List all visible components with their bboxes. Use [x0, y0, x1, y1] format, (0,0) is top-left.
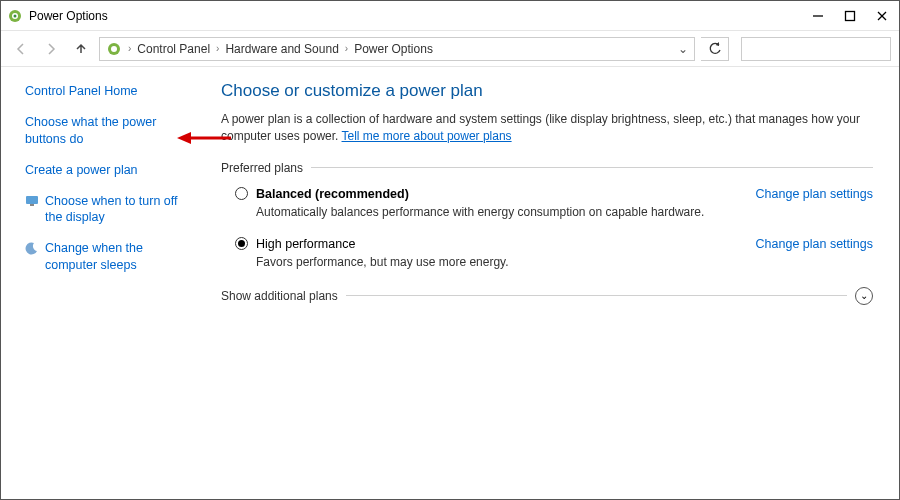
chevron-right-icon: ›: [216, 43, 219, 54]
svg-point-2: [14, 14, 17, 17]
maximize-button[interactable]: [843, 9, 857, 23]
change-plan-settings-link[interactable]: Change plan settings: [756, 237, 873, 251]
preferred-plans-label: Preferred plans: [221, 161, 303, 175]
chevron-right-icon: ›: [128, 43, 131, 54]
power-plan-high-performance: High performance Change plan settings Fa…: [235, 237, 873, 269]
sidebar-link-create-plan[interactable]: Create a power plan: [25, 162, 187, 179]
nav-bar: › Control Panel › Hardware and Sound › P…: [1, 31, 899, 67]
address-bar[interactable]: › Control Panel › Hardware and Sound › P…: [99, 37, 695, 61]
svg-point-8: [111, 46, 117, 52]
plan-description: Favors performance, but may use more ene…: [256, 255, 873, 269]
sidebar-item-label: Change when the computer sleeps: [45, 240, 187, 274]
learn-more-link[interactable]: Tell me more about power plans: [342, 129, 512, 143]
change-plan-settings-link[interactable]: Change plan settings: [756, 187, 873, 201]
breadcrumb-item[interactable]: Control Panel: [137, 42, 210, 56]
svg-rect-10: [30, 204, 34, 206]
plan-description: Automatically balances performance with …: [256, 205, 873, 219]
radio-high-performance[interactable]: [235, 237, 248, 250]
sidebar: Control Panel Home Choose what the power…: [1, 67, 201, 500]
title-bar: Power Options: [1, 1, 899, 31]
forward-button[interactable]: [39, 37, 63, 61]
description-text: A power plan is a collection of hardware…: [221, 112, 860, 143]
refresh-button[interactable]: [701, 37, 729, 61]
sidebar-item-label: Choose when to turn off the display: [45, 193, 187, 227]
plan-name[interactable]: Balanced (recommended): [256, 187, 409, 201]
display-icon: [25, 194, 39, 208]
divider: [311, 167, 873, 168]
moon-icon: [25, 241, 39, 255]
control-panel-home-link[interactable]: Control Panel Home: [25, 83, 187, 100]
page-heading: Choose or customize a power plan: [221, 81, 873, 101]
power-plan-balanced: Balanced (recommended) Change plan setti…: [235, 187, 873, 219]
description: A power plan is a collection of hardware…: [221, 111, 873, 145]
svg-rect-9: [26, 196, 38, 204]
additional-plans-label[interactable]: Show additional plans: [221, 289, 338, 303]
search-input[interactable]: [741, 37, 891, 61]
divider: [346, 295, 847, 296]
close-button[interactable]: [875, 9, 889, 23]
breadcrumb-item[interactable]: Hardware and Sound: [225, 42, 338, 56]
sidebar-link-sleep[interactable]: Change when the computer sleeps: [25, 240, 187, 274]
dropdown-chevron-icon[interactable]: ⌄: [678, 42, 688, 56]
window-title: Power Options: [29, 9, 811, 23]
main-panel: Choose or customize a power plan A power…: [201, 67, 899, 500]
expand-chevron-icon[interactable]: ⌄: [855, 287, 873, 305]
minimize-button[interactable]: [811, 9, 825, 23]
plan-name[interactable]: High performance: [256, 237, 355, 251]
back-button[interactable]: [9, 37, 33, 61]
breadcrumb-item[interactable]: Power Options: [354, 42, 433, 56]
radio-balanced[interactable]: [235, 187, 248, 200]
app-icon: [7, 8, 23, 24]
up-button[interactable]: [69, 37, 93, 61]
location-icon: [106, 41, 122, 57]
chevron-right-icon: ›: [345, 43, 348, 54]
sidebar-link-turn-off-display[interactable]: Choose when to turn off the display: [25, 193, 187, 227]
sidebar-link-power-buttons[interactable]: Choose what the power buttons do: [25, 114, 187, 148]
svg-rect-4: [846, 11, 855, 20]
